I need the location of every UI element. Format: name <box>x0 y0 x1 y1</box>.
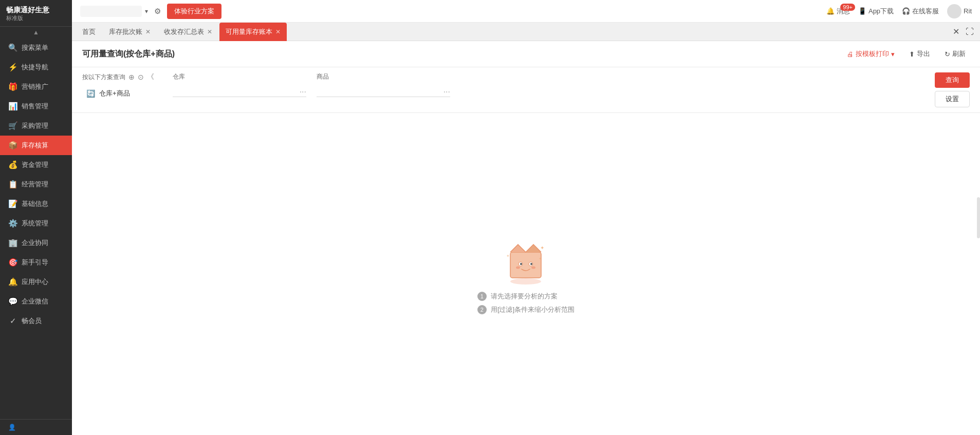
empty-state: ✦ ✦ ✦ 1 请先选择要分析的方案 2 用[过滤]条件来缩小分析范围 <box>477 234 575 314</box>
sidebar-logo: 畅康通好生意 标准版 <box>0 0 72 27</box>
sidebar-item-label: 新手引导 <box>22 258 48 267</box>
page-header-actions: 🖨 按模板打印 ▾ ⬆ 导出 ↻ 刷新 <box>843 47 970 61</box>
sidebar-item-system[interactable]: ⚙️系统管理 <box>0 214 72 233</box>
top-bar-right: 🔔 消息 99+ 📱 App下载 🎧 在线客服 Rit <box>826 4 972 18</box>
sidebar-item-marketing[interactable]: 🎁营销推广 <box>0 77 72 97</box>
gear-icon[interactable]: ⚙ <box>154 7 161 16</box>
user-name: Rit <box>964 7 972 15</box>
inventory-icon: 📦 <box>8 141 17 150</box>
sidebar-item-newbie[interactable]: 🎯新手引导 <box>0 253 72 272</box>
quicknav-icon: ⚡ <box>8 63 17 72</box>
filter-scheme-label: 按以下方案查询 ⊕ ⊙ 《 <box>82 72 164 82</box>
headset-icon: 🎧 <box>902 7 910 15</box>
online-support-link[interactable]: 🎧 在线客服 <box>902 7 939 16</box>
export-button[interactable]: ⬆ 导出 <box>905 47 934 61</box>
sidebar: 畅康通好生意 标准版 ▲ 🔍搜索菜单⚡快捷导航🎁营销推广📊销售管理🛒采购管理📦库… <box>0 0 72 435</box>
svg-point-5 <box>530 263 532 265</box>
tab-batch-account[interactable]: 库存批次账✕ <box>103 23 157 41</box>
finance-icon: 💰 <box>8 160 17 169</box>
empty-tip-1: 1 请先选择要分析的方案 <box>477 292 575 301</box>
bell-icon: 🔔 <box>826 7 835 15</box>
filter-fields: 仓库 ... 商品 ... <box>173 72 920 97</box>
enterprise-icon: 🏢 <box>8 238 17 248</box>
page-title: 可用量查询(按仓库+商品) <box>82 49 175 60</box>
tabs-container: 首页库存批次账✕收发存汇总表✕可用量库存账本✕ <box>76 23 287 41</box>
goods-dots-button[interactable]: ... <box>443 85 450 94</box>
sidebar-item-label: 企业协同 <box>22 238 48 248</box>
expand-tab-button[interactable]: ⛶ <box>964 25 976 39</box>
tab-recv-summary[interactable]: 收发存汇总表✕ <box>158 23 218 41</box>
member-icon: ✓ <box>8 316 17 326</box>
sidebar-item-appcenter[interactable]: 🔔应用中心 <box>0 272 72 292</box>
sidebar-item-inventory[interactable]: 📦库存核算 <box>0 136 72 155</box>
user-info[interactable]: Rit <box>947 4 972 18</box>
sidebar-item-label: 企业微信 <box>22 297 48 306</box>
tabs-right: ✕ ⛶ <box>951 25 976 39</box>
sidebar-item-purchase[interactable]: 🛒采购管理 <box>0 116 72 136</box>
add-scheme-icon[interactable]: ⊕ <box>128 73 135 81</box>
page-header: 可用量查询(按仓库+商品) 🖨 按模板打印 ▾ ⬆ 导出 ↻ 刷新 <box>72 41 980 67</box>
sidebar-item-sales[interactable]: 📊销售管理 <box>0 97 72 116</box>
basic-icon: 📝 <box>8 199 17 209</box>
close-tab-button[interactable]: ✕ <box>951 25 961 39</box>
settings-button[interactable]: 设置 <box>935 91 970 107</box>
collapse-icon[interactable]: 《 <box>147 72 154 82</box>
sidebar-item-label: 基础信息 <box>22 199 48 209</box>
goods-label: 商品 <box>317 72 450 81</box>
sidebar-scroll-up[interactable]: ▲ <box>0 27 72 38</box>
sidebar-item-label: 搜索菜单 <box>22 43 48 52</box>
refresh-icon: ↻ <box>945 50 950 58</box>
refresh-button[interactable]: ↻ 刷新 <box>940 47 970 61</box>
empty-illustration: ✦ ✦ ✦ <box>500 234 551 286</box>
svg-point-0 <box>510 278 541 285</box>
query-button[interactable]: 查询 <box>935 72 970 88</box>
sales-icon: 📊 <box>8 102 17 111</box>
tab-home[interactable]: 首页 <box>76 23 102 41</box>
sidebar-item-label: 系统管理 <box>22 219 48 228</box>
goods-input[interactable] <box>317 86 440 94</box>
sidebar-item-member[interactable]: ✓畅会员 <box>0 311 72 331</box>
warehouse-input-wrapper: ... <box>173 83 306 97</box>
svg-text:✦: ✦ <box>506 254 510 258</box>
notification-bell[interactable]: 🔔 消息 99+ <box>826 7 850 16</box>
tab-label-home: 首页 <box>82 27 96 36</box>
print-button[interactable]: 🖨 按模板打印 ▾ <box>843 47 899 61</box>
chevron-down-icon: ▾ <box>891 50 895 58</box>
warehouse-dots-button[interactable]: ... <box>300 85 306 94</box>
scheme-settings-icon[interactable]: ⊙ <box>138 73 144 81</box>
sidebar-bottom-user[interactable]: 👤 <box>0 419 72 435</box>
warehouse-input[interactable] <box>173 86 297 94</box>
sidebar-item-label: 畅会员 <box>22 316 42 326</box>
goods-field: 商品 ... <box>317 72 450 97</box>
sidebar-item-enterprise[interactable]: 🏢企业协同 <box>0 233 72 253</box>
scheme-items: 🔄仓库+商品 <box>82 86 164 101</box>
tab-label-batch-account: 库存批次账 <box>109 27 142 36</box>
app-download-link[interactable]: 📱 App下载 <box>858 7 894 16</box>
svg-point-7 <box>531 266 535 269</box>
sidebar-item-search[interactable]: 🔍搜索菜单 <box>0 38 72 58</box>
sidebar-item-label: 资金管理 <box>22 160 48 169</box>
right-scrollbar[interactable] <box>977 197 980 238</box>
sidebar-item-corpwx[interactable]: 💬企业微信 <box>0 292 72 311</box>
tab-close-recv-summary[interactable]: ✕ <box>207 28 212 35</box>
trial-button[interactable]: 体验行业方案 <box>167 4 221 19</box>
sidebar-item-label: 营销推广 <box>22 82 48 91</box>
top-bar: ▾ ⚙ 体验行业方案 🔔 消息 99+ 📱 App下载 🎧 在线客服 Rit <box>72 0 980 23</box>
search-input[interactable] <box>80 6 142 17</box>
tab-close-batch-account[interactable]: ✕ <box>145 28 151 35</box>
sidebar-item-operations[interactable]: 📋经营管理 <box>0 175 72 194</box>
action-buttons: 查询 设置 <box>935 72 970 107</box>
scheme-item-warehouse-goods[interactable]: 🔄仓库+商品 <box>82 86 164 101</box>
tab-available-account[interactable]: 可用量库存账本✕ <box>219 23 287 41</box>
export-icon: ⬆ <box>909 50 915 58</box>
tabs-bar: 首页库存批次账✕收发存汇总表✕可用量库存账本✕ ✕ ⛶ <box>72 23 980 41</box>
sidebar-item-finance[interactable]: 💰资金管理 <box>0 155 72 175</box>
notification-badge: 99+ <box>840 4 855 11</box>
system-icon: ⚙️ <box>8 219 17 228</box>
tab-close-available-account[interactable]: ✕ <box>275 28 281 35</box>
empty-tip-2: 2 用[过滤]条件来缩小分析范围 <box>477 305 575 314</box>
sidebar-item-label: 销售管理 <box>22 102 48 111</box>
sidebar-item-basic[interactable]: 📝基础信息 <box>0 194 72 214</box>
sidebar-item-quicknav[interactable]: ⚡快捷导航 <box>0 58 72 77</box>
dropdown-icon[interactable]: ▾ <box>145 8 148 15</box>
